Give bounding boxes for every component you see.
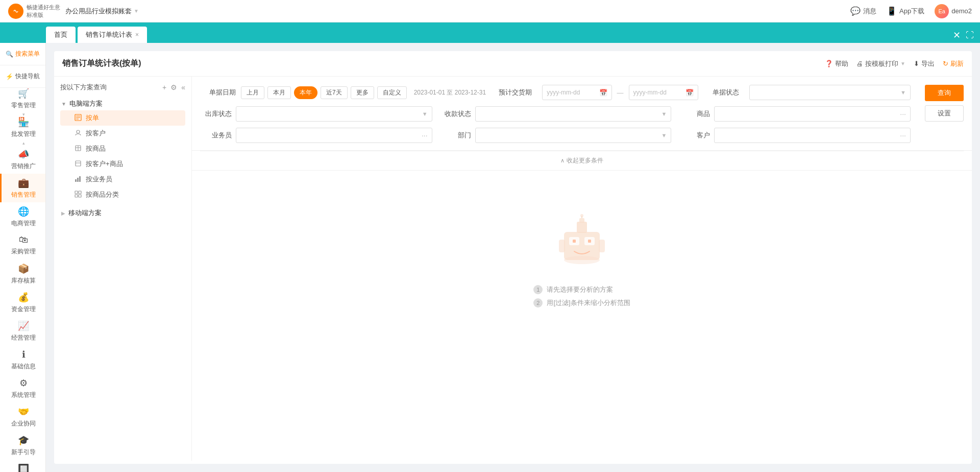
calendar-icon-1: 📅 bbox=[599, 89, 607, 97]
custom-btn[interactable]: 自定义 bbox=[377, 86, 407, 99]
print-button[interactable]: 🖨 按模板打印 ▼ bbox=[856, 59, 905, 68]
top-bar-right: 💬 消息 📱 App下载 Ea demo2 bbox=[850, 4, 972, 18]
empty-tip-1: 1 请先选择要分析的方案 bbox=[533, 285, 630, 294]
desktop-scheme-group[interactable]: ▼ 电脑端方案 bbox=[60, 97, 185, 110]
sidebar-item-ecommerce[interactable]: 🌐 电商管理 bbox=[0, 202, 45, 231]
sidebar-item-system[interactable]: ⚙ 系统管理 bbox=[0, 374, 45, 403]
left-panel-header: 按以下方案查询 + ⚙ « bbox=[60, 83, 185, 92]
settings-button[interactable]: 设置 bbox=[925, 105, 964, 122]
app-title[interactable]: 办公用品行业模拟账套 ▼ bbox=[65, 7, 139, 16]
payment-select-arrow: ▼ bbox=[661, 111, 667, 117]
payment-status-label: 收款状态 bbox=[439, 109, 475, 119]
collapse-label: 收起更多条件 bbox=[567, 156, 603, 165]
svg-point-5 bbox=[77, 130, 80, 133]
refresh-button[interactable]: ↻ 刷新 bbox=[943, 59, 964, 68]
app-title-text: 办公用品行业模拟账套 bbox=[65, 7, 132, 16]
window-close-icon[interactable]: ✕ bbox=[953, 30, 961, 41]
collapse-panel-button[interactable]: « bbox=[181, 83, 185, 91]
sidebar-item-finance[interactable]: 💰 资金管理 bbox=[0, 288, 45, 317]
sidebar-item-basic-info[interactable]: ℹ 基础信息 bbox=[0, 345, 45, 374]
current-year-btn[interactable]: 本年 bbox=[294, 86, 317, 99]
sidebar-item-newbie[interactable]: 🎓 新手引导 bbox=[0, 431, 45, 460]
app-download-button[interactable]: 📱 App下载 bbox=[887, 6, 924, 16]
this-month-btn[interactable]: 本月 bbox=[267, 86, 291, 99]
empty-tip-2: 2 用[过滤]条件来缩小分析范围 bbox=[533, 298, 630, 308]
left-panel-title: 按以下方案查询 bbox=[60, 83, 107, 92]
svg-rect-28 bbox=[559, 240, 565, 252]
add-scheme-button[interactable]: + bbox=[162, 83, 166, 91]
sidebar-item-wholesale[interactable]: 🏪 批发管理 ▴ bbox=[0, 116, 45, 145]
sidebar-item-retail[interactable]: 🛒 零售管理 ▾ bbox=[0, 88, 45, 116]
sidebar-item-operations[interactable]: 📈 经营管理 bbox=[0, 317, 45, 345]
top-bar-left: 畅捷通好生意 标准版 办公用品行业模拟账套 ▼ bbox=[8, 4, 139, 19]
window-maximize-icon[interactable]: ⛶ bbox=[966, 31, 974, 40]
collapse-more-button[interactable]: ∧ 收起更多条件 bbox=[200, 151, 964, 170]
date-button-group: 上月 本月 本年 近7天 更多 自定义 2023-01-01 至 2023-12… bbox=[241, 86, 486, 99]
scheme-item-by-goods[interactable]: 按商品 bbox=[60, 141, 185, 156]
sidebar-item-purchase[interactable]: 🛍 采购管理 bbox=[0, 231, 45, 259]
page-actions: ❓ 帮助 🖨 按模板打印 ▼ ⬇ 导出 ↻ 刷新 bbox=[825, 59, 964, 68]
more-btn[interactable]: 更多 bbox=[351, 86, 374, 99]
scheme-item-by-order[interactable]: 按单 bbox=[60, 110, 185, 126]
purchase-icon: 🛍 bbox=[19, 234, 28, 245]
sidebar-item-app-center[interactable]: 🔲 应用中心 bbox=[0, 460, 45, 472]
status-select[interactable]: ▼ bbox=[749, 85, 911, 100]
right-panel: 单据日期 上月 本月 本年 近7天 更多 自定义 2023-01-01 至 20… bbox=[192, 77, 972, 461]
customer-field: 客户 ··· bbox=[678, 128, 911, 143]
sidebar-item-sales[interactable]: 💼 销售管理 bbox=[0, 174, 45, 202]
department-select[interactable]: ▼ bbox=[475, 128, 672, 143]
tab-home[interactable]: 首页 bbox=[46, 27, 76, 43]
top-bar: 畅捷通好生意 标准版 办公用品行业模拟账套 ▼ 💬 消息 📱 App下载 Ea … bbox=[0, 0, 980, 22]
svg-rect-24 bbox=[577, 222, 587, 233]
avatar: Ea bbox=[935, 4, 949, 18]
scheme-tree: ▼ 电脑端方案 按单 bbox=[60, 97, 185, 220]
settings-scheme-button[interactable]: ⚙ bbox=[170, 83, 177, 91]
quick-nav-button[interactable]: ⚡ 快捷导航 bbox=[0, 65, 45, 88]
salesman-input[interactable]: ··· bbox=[236, 128, 432, 143]
scheme-item-by-customer[interactable]: 按客户 bbox=[60, 126, 185, 141]
sales-icon: 💼 bbox=[18, 177, 29, 188]
basic-info-icon: ℹ bbox=[22, 349, 26, 360]
tab-sales-stats[interactable]: 销售订单统计表 × bbox=[78, 27, 147, 43]
svg-rect-23 bbox=[588, 240, 591, 243]
user-menu[interactable]: Ea demo2 bbox=[935, 4, 972, 18]
stock-status-select[interactable]: ▼ bbox=[236, 106, 432, 122]
scheme-item-customer-goods[interactable]: 按客户+商品 bbox=[60, 156, 185, 172]
message-button[interactable]: 💬 消息 bbox=[850, 6, 876, 16]
help-icon: ❓ bbox=[825, 60, 833, 67]
goods-input[interactable]: ··· bbox=[714, 106, 911, 122]
scheme-item-by-salesman[interactable]: 按业务员 bbox=[60, 172, 185, 187]
svg-rect-14 bbox=[75, 191, 78, 194]
empty-tips: 1 请先选择要分析的方案 2 用[过滤]条件来缩小分析范围 bbox=[533, 285, 630, 308]
export-button[interactable]: ⬇ 导出 bbox=[914, 59, 935, 68]
scheme-icon-order bbox=[75, 114, 82, 123]
svg-rect-9 bbox=[76, 161, 81, 166]
expected-date-start[interactable]: yyyy-mm-dd 📅 bbox=[542, 85, 611, 100]
sidebar-item-enterprise[interactable]: 🤝 企业协同 bbox=[0, 403, 45, 431]
mobile-scheme-group[interactable]: ▶ 移动端方案 bbox=[60, 206, 185, 220]
status-select-arrow: ▼ bbox=[900, 89, 906, 96]
system-icon: ⚙ bbox=[19, 377, 28, 389]
expected-date-end[interactable]: yyyy-mm-dd 📅 bbox=[629, 85, 698, 100]
dept-select-arrow: ▼ bbox=[661, 132, 667, 138]
main-content: 销售订单统计表(按单) ❓ 帮助 🖨 按模板打印 ▼ ⬇ 导出 ↻ 刷新 bbox=[46, 43, 980, 472]
tab-close-icon[interactable]: × bbox=[135, 31, 139, 38]
search-menu-button[interactable]: 🔍 搜索菜单 bbox=[0, 43, 45, 65]
last-month-btn[interactable]: 上月 bbox=[241, 86, 264, 99]
sidebar: 🔍 搜索菜单 ⚡ 快捷导航 🛒 零售管理 ▾ 🏪 批发管理 ▴ 📣 营销推广 💼… bbox=[0, 43, 46, 472]
payment-status-select[interactable]: ▼ bbox=[475, 106, 672, 122]
print-icon: 🖨 bbox=[856, 60, 863, 67]
last7-btn[interactable]: 近7天 bbox=[321, 86, 348, 99]
scheme-icon-customer bbox=[75, 129, 82, 138]
status-label: 单据状态 bbox=[708, 88, 744, 97]
stock-status-field: 出库状态 ▼ bbox=[200, 106, 432, 122]
filter-area: 单据日期 上月 本月 本年 近7天 更多 自定义 2023-01-01 至 20… bbox=[200, 85, 911, 143]
svg-rect-15 bbox=[79, 191, 81, 194]
scheme-item-by-category[interactable]: 按商品分类 bbox=[60, 187, 185, 202]
scheme-icon-salesman bbox=[75, 175, 82, 184]
sidebar-item-inventory[interactable]: 📦 库存核算 bbox=[0, 259, 45, 288]
customer-input[interactable]: ··· bbox=[714, 128, 911, 143]
help-button[interactable]: ❓ 帮助 bbox=[825, 59, 848, 68]
query-button[interactable]: 查询 bbox=[925, 85, 964, 101]
sidebar-item-marketing[interactable]: 📣 营销推广 bbox=[0, 145, 45, 174]
